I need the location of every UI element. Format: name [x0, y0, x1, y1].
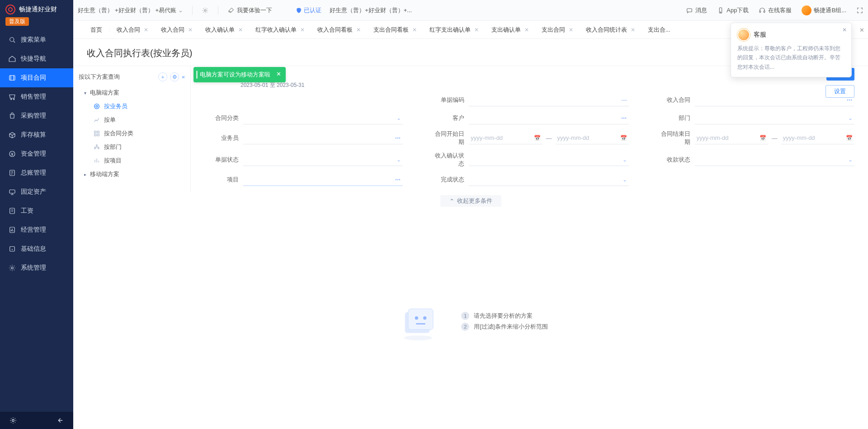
tip-text: 电脑方案可设为移动方案啦 — [200, 71, 270, 78]
verified-badge[interactable]: 已认证 — [296, 6, 321, 14]
close-icon[interactable]: ✕ — [631, 27, 635, 33]
svg-point-25 — [94, 148, 96, 149]
tab-income-contract-2[interactable]: 收入合同✕ — [155, 26, 199, 34]
close-all-tabs-icon[interactable]: ✕ — [859, 26, 864, 33]
cart-icon — [8, 93, 16, 101]
scheme-by-salesman[interactable]: 按业务员 — [82, 100, 187, 113]
fullscreen-icon[interactable] — [856, 7, 863, 14]
contract-class-select[interactable] — [243, 112, 403, 124]
scheme-by-class[interactable]: 按合同分类 — [82, 127, 187, 140]
bag-icon — [8, 112, 16, 120]
online-service-label: 在线客服 — [768, 6, 792, 14]
tab-expense-board[interactable]: 支出合同看板✕ — [367, 26, 423, 34]
add-scheme-button[interactable]: ＋ — [158, 72, 167, 81]
confirm-status-select[interactable] — [469, 153, 628, 166]
coin-icon — [8, 150, 16, 158]
scheme-by-dept[interactable]: 按部门 — [82, 140, 187, 154]
close-popover-icon[interactable]: ✕ — [842, 27, 847, 33]
nav-system[interactable]: 系统管理 — [0, 258, 73, 277]
divider — [192, 6, 193, 15]
collapse-sidebar-icon[interactable] — [56, 416, 64, 424]
tab-red-income-confirm[interactable]: 红字收入确认单✕ — [249, 26, 311, 34]
org-icon — [93, 143, 100, 151]
empty-illustration-icon — [393, 296, 443, 346]
contract-start-from-input[interactable] — [469, 132, 542, 144]
product-breadcrumb[interactable]: 好生意（普） +好业财（普） +易代账 ⌄ — [78, 6, 183, 14]
tab-home[interactable]: 首页 — [84, 26, 108, 34]
collapse-conditions-button[interactable]: ⌃ 收起更多条件 — [440, 195, 501, 207]
tab-income-contract-stats[interactable]: 收入合同统计表✕ — [580, 26, 642, 34]
collapse-scheme-icon[interactable]: « — [182, 74, 185, 80]
close-icon[interactable]: ✕ — [524, 27, 529, 33]
nav-label: 采购管理 — [21, 112, 46, 120]
field-contract-start: 合同开始日期 📅 — 📅 — [430, 130, 628, 146]
nav-project-contract[interactable]: 项目合同 — [0, 68, 73, 87]
gear-button[interactable] — [202, 7, 209, 14]
field-label: 收入确认状态 — [430, 152, 469, 168]
close-icon[interactable]: ✕ — [300, 27, 305, 33]
divider — [218, 6, 218, 15]
nav-funds[interactable]: 资金管理 — [0, 144, 73, 163]
scheme-by-project[interactable]: 按项目 — [82, 154, 187, 167]
nav-search[interactable]: 搜索菜单 — [0, 30, 73, 49]
nav-quicknav[interactable]: 快捷导航 — [0, 49, 73, 68]
user-menu[interactable]: 畅捷通B组... — [802, 5, 846, 15]
try-experience-link[interactable]: 我要体验一下 — [227, 6, 272, 14]
close-tip-icon[interactable]: ✕ — [276, 71, 281, 77]
doc-no-input[interactable] — [469, 94, 628, 106]
close-icon[interactable]: ✕ — [144, 27, 148, 33]
tab-income-confirm[interactable]: 收入确认单✕ — [199, 26, 249, 34]
scheme-settings-button[interactable]: ⚙ — [170, 72, 179, 81]
nav-label: 基础信息 — [21, 245, 46, 253]
field-contract-end: 合同结束日期 📅 — 📅 — [656, 130, 854, 146]
close-icon[interactable]: ✕ — [238, 27, 243, 33]
tab-income-contract[interactable]: 收入合同✕ — [110, 26, 155, 34]
svg-rect-23 — [97, 134, 99, 136]
close-icon[interactable]: ✕ — [569, 27, 573, 33]
close-icon[interactable]: ✕ — [474, 27, 479, 33]
tab-income-board[interactable]: 收入合同看板✕ — [311, 26, 367, 34]
nav-inventory[interactable]: 库存核算 — [0, 125, 73, 144]
tab-expense-confirm[interactable]: 支出确认单✕ — [485, 26, 535, 34]
nav-label: 项目合同 — [21, 74, 46, 82]
wage-icon — [8, 207, 16, 215]
tab-expense-trunc[interactable]: 支出合... — [642, 26, 677, 34]
grid-icon — [93, 130, 100, 137]
nav-basic-info[interactable]: 基础信息 — [0, 239, 73, 258]
field-doc-no: 单据编码 — — [430, 94, 628, 106]
salesman-input[interactable] — [243, 132, 403, 144]
message-link[interactable]: 消息 — [686, 6, 707, 14]
customer-input[interactable] — [469, 112, 628, 124]
contract-end-from-input[interactable] — [695, 132, 768, 144]
close-icon[interactable]: ✕ — [412, 27, 417, 33]
nav-sales[interactable]: 销售管理 — [0, 87, 73, 106]
field-salesman: 业务员 ⋯ — [204, 130, 403, 146]
nav-wage[interactable]: 工资 — [0, 201, 73, 220]
field-label: 收入合同 — [656, 96, 695, 104]
department-select[interactable] — [695, 112, 854, 124]
app-download-link[interactable]: App下载 — [717, 6, 749, 14]
settings-icon[interactable] — [9, 416, 17, 424]
nav-business[interactable]: 经营管理 — [0, 220, 73, 239]
tab-label: 支出合... — [648, 26, 670, 34]
contract-start-to-input[interactable] — [556, 132, 629, 144]
tab-red-expense-confirm[interactable]: 红字支出确认单✕ — [423, 26, 485, 34]
close-icon[interactable]: ✕ — [188, 27, 193, 33]
scheme-by-doc[interactable]: 按单 — [82, 113, 187, 127]
scheme-group-pc[interactable]: ▾电脑端方案 — [82, 86, 187, 100]
project-input[interactable] — [243, 173, 403, 186]
nav-ledger[interactable]: 总账管理 — [0, 163, 73, 182]
tab-expense-contract[interactable]: 支出合同✕ — [535, 26, 580, 34]
finish-status-select[interactable] — [469, 173, 628, 186]
doc-status-select[interactable] — [243, 153, 403, 166]
online-service-link[interactable]: 在线客服 — [759, 6, 792, 14]
nav-purchase[interactable]: 采购管理 — [0, 106, 73, 125]
payment-status-select[interactable] — [695, 153, 854, 166]
close-icon[interactable]: ✕ — [356, 27, 361, 33]
tab-label: 收入合同看板 — [317, 26, 353, 34]
income-contract-input[interactable] — [695, 94, 854, 106]
contract-end-to-input[interactable] — [781, 132, 854, 144]
nav-fixed-assets[interactable]: 固定资产 — [0, 182, 73, 201]
scheme-group-mobile[interactable]: ▸移动端方案 — [82, 167, 187, 181]
folder-icon — [8, 74, 16, 82]
